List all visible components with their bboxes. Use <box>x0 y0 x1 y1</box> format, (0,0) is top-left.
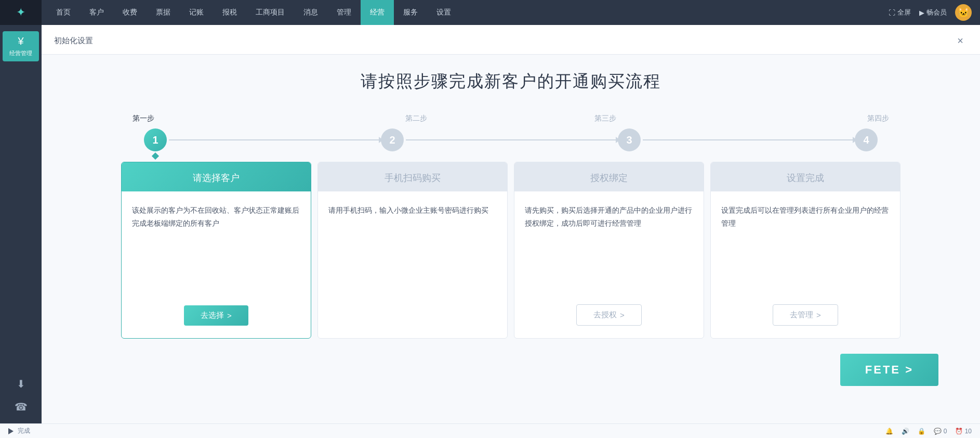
nav-item-tax[interactable]: 报税 <box>213 0 246 25</box>
sidebar-item-download[interactable]: ⬇ <box>3 373 39 394</box>
sidebar-bottom: ⬇ ☎ <box>3 373 39 423</box>
step4-action-button[interactable]: 去管理 > <box>773 304 838 326</box>
step3-card: 授权绑定 请先购买，购买后选择开通的产品中的企业用户进行授权绑定，成功后即可进行… <box>514 162 704 339</box>
step1-card: 请选择客户 该处展示的客户为不在回收站、客户状态正常建账后完成老板端绑定的所有客… <box>121 162 311 339</box>
cards-row: 请选择客户 该处展示的客户为不在回收站、客户状态正常建账后完成老板端绑定的所有客… <box>121 162 900 339</box>
step4-label: 第四步 <box>867 114 889 123</box>
time-display: ⏰ 10 <box>955 428 972 435</box>
lock-icon: 🔒 <box>918 428 925 435</box>
step4-card-header: 设置完成 <box>711 162 900 191</box>
avatar[interactable]: 🐱 <box>955 4 972 21</box>
page-header: 初始化设置 × <box>42 25 980 55</box>
fete-area: FETE > <box>840 354 938 386</box>
step3-card-footer: 去授权 > <box>514 304 704 338</box>
main-content: 初始化设置 × 请按照步骤完成新客户的开通购买流程 第一步 第二步 第三步 第四… <box>42 25 980 423</box>
step1-circle-wrapper: 1 <box>144 128 167 151</box>
step3-action-button[interactable]: 去授权 > <box>576 304 642 326</box>
step4-btn-arrow: > <box>816 311 821 319</box>
fullscreen-button[interactable]: ⛶ 全屏 <box>889 8 911 17</box>
membership-icon: ▶ <box>919 9 924 17</box>
step1-circle: 1 <box>144 128 167 151</box>
nav-item-invoice[interactable]: 票据 <box>147 0 180 25</box>
step3-card-body: 请先购买，购买后选择开通的产品中的企业用户进行授权绑定，成功后即可进行经营管理 <box>514 191 704 304</box>
play-button[interactable] <box>8 428 14 434</box>
step1-label: 第一步 <box>133 114 154 123</box>
nav-item-operation[interactable]: 经营 <box>361 0 394 25</box>
sidebar-item-operation[interactable]: ¥ 经营管理 <box>3 31 39 61</box>
fete-button[interactable]: FETE > <box>840 354 938 386</box>
logo-area: ✦ <box>0 0 42 25</box>
nav-item-home[interactable]: 首页 <box>47 0 80 25</box>
nav-item-message[interactable]: 消息 <box>294 0 327 25</box>
fullscreen-icon: ⛶ <box>889 9 895 17</box>
page-title: 初始化设置 <box>54 36 93 46</box>
main-heading: 请按照步骤完成新客户的开通购买流程 <box>361 70 661 93</box>
nav-item-manage[interactable]: 管理 <box>327 0 361 25</box>
step-labels-row: 第一步 第二步 第三步 第四步 <box>121 114 900 123</box>
sidebar-item-support[interactable]: ☎ <box>3 396 39 417</box>
step1-btn-arrow: > <box>227 311 232 320</box>
step1-card-header: 请选择客户 <box>122 162 311 191</box>
step2-circle-wrapper: 2 <box>381 128 404 151</box>
step4-circle-wrapper: 4 <box>855 128 878 151</box>
step4-circle: 4 <box>855 128 878 151</box>
step3-card-header: 授权绑定 <box>514 162 704 191</box>
nav-item-fee[interactable]: 收费 <box>113 0 147 25</box>
nav-item-customer[interactable]: 客户 <box>80 0 113 25</box>
step4-card-body: 设置完成后可以在管理列表进行所有企业用户的经营管理 <box>711 191 900 304</box>
step2-circle: 2 <box>381 128 404 151</box>
status-bar: 完成 🔔 🔊 🔒 💬 0 ⏰ 10 <box>0 423 980 438</box>
notification-icon: 🔔 <box>885 428 893 435</box>
steps-container: 第一步 第二步 第三步 第四步 1 <box>121 114 900 339</box>
nav-items: 首页 客户 收费 票据 记账 报税 工商项目 消息 管理 经营 服务 设置 <box>47 0 889 25</box>
step2-label: 第二步 <box>405 114 427 123</box>
step1-card-footer: 去选择 > <box>122 305 311 338</box>
logo-icon: ✦ <box>16 6 25 19</box>
top-nav: ✦ 首页 客户 收费 票据 记账 报税 工商项目 消息 管理 经营 服务 设置 … <box>0 0 980 25</box>
sidebar-item-label: 经营管理 <box>9 49 32 57</box>
close-button[interactable]: × <box>953 33 968 48</box>
yuan-icon: ¥ <box>18 35 23 47</box>
nav-item-accounting[interactable]: 记账 <box>180 0 213 25</box>
step1-diamond <box>152 152 159 160</box>
status-bar-right: 🔔 🔊 🔒 💬 0 ⏰ 10 <box>885 428 972 435</box>
status-text: 完成 <box>18 427 30 435</box>
message-count: 💬 0 <box>934 428 947 435</box>
status-bar-left: 完成 <box>8 427 30 435</box>
nav-item-business[interactable]: 工商项目 <box>246 0 294 25</box>
step4-card-footer: 去管理 > <box>711 304 900 338</box>
step1-action-button[interactable]: 去选择 > <box>184 305 248 326</box>
connector-2-3 <box>406 139 616 140</box>
download-icon: ⬇ <box>17 378 25 390</box>
step2-card-header: 手机扫码购买 <box>318 162 507 191</box>
step1-card-body: 该处展示的客户为不在回收站、客户状态正常建账后完成老板端绑定的所有客户 <box>122 191 311 305</box>
step3-circle: 3 <box>618 128 641 151</box>
sidebar: ¥ 经营管理 ⬇ ☎ <box>0 25 42 423</box>
connector-3-4 <box>643 139 853 140</box>
step2-card-footer <box>318 326 507 338</box>
step2-card: 手机扫码购买 请用手机扫码，输入小微企业主账号密码进行购买 <box>317 162 508 339</box>
step3-label: 第三步 <box>594 114 616 123</box>
nav-item-settings[interactable]: 设置 <box>427 0 460 25</box>
step2-card-body: 请用手机扫码，输入小微企业主账号密码进行购买 <box>318 191 507 326</box>
step-numbers-row: 1 2 <box>121 128 900 151</box>
step3-btn-arrow: > <box>620 311 625 319</box>
volume-icon: 🔊 <box>902 428 909 435</box>
content-area: 请按照步骤完成新客户的开通购买流程 第一步 第二步 第三步 第四步 <box>42 55 980 423</box>
step3-circle-wrapper: 3 <box>618 128 641 151</box>
step4-card: 设置完成 设置完成后可以在管理列表进行所有企业用户的经营管理 去管理 > <box>710 162 900 339</box>
nav-item-service[interactable]: 服务 <box>394 0 427 25</box>
connector-1-2 <box>169 139 379 140</box>
nav-right: ⛶ 全屏 ▶ 畅会员 🐱 <box>889 4 972 21</box>
membership-button[interactable]: ▶ 畅会员 <box>919 8 947 17</box>
phone-icon: ☎ <box>15 401 28 413</box>
